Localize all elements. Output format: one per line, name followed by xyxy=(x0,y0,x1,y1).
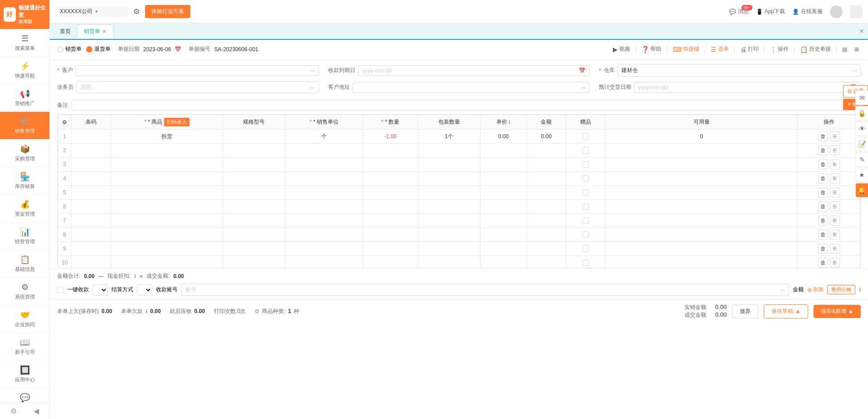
remarks-input[interactable] xyxy=(72,100,861,111)
row-delete-btn[interactable]: 🗑 xyxy=(818,131,828,141)
video-btn[interactable]: ▶ 视频 xyxy=(611,44,632,54)
row-delete-btn[interactable]: 🗑 xyxy=(818,244,828,254)
row-amount[interactable] xyxy=(527,228,566,242)
row-unit[interactable]: 个 xyxy=(285,130,363,144)
row-qty[interactable] xyxy=(363,256,418,269)
history-btn[interactable]: 📋 历史单据 xyxy=(798,44,833,54)
row-price[interactable] xyxy=(480,158,527,172)
scan-button[interactable]: 扫码录入 xyxy=(164,118,189,126)
row-pkg-qty[interactable] xyxy=(418,186,480,200)
row-copy-btn[interactable]: ⎘ xyxy=(830,131,840,141)
account-input[interactable]: 账号 ··· xyxy=(181,284,789,296)
row-barcode[interactable] xyxy=(72,256,111,269)
row-delete-btn[interactable]: 🗑 xyxy=(818,258,828,268)
row-copy-btn[interactable]: ⎘ xyxy=(830,173,840,183)
row-price[interactable]: 0.00 xyxy=(480,130,527,144)
row-delete-btn[interactable]: 🗑 xyxy=(818,202,828,212)
sidebar-item-inventory[interactable]: 🏪 库存核算 xyxy=(0,167,49,195)
row-product[interactable]: 拆货 xyxy=(111,130,223,144)
expense-split-button[interactable]: 费用分摊 xyxy=(827,285,855,294)
row-product[interactable] xyxy=(111,228,223,242)
row-price[interactable] xyxy=(480,214,527,228)
row-spec[interactable] xyxy=(223,158,285,172)
trial-button[interactable]: 体验行业方案 xyxy=(145,5,190,18)
row-product[interactable] xyxy=(111,214,223,228)
message-button[interactable]: 💬 消息 99+ xyxy=(729,8,749,15)
row-price[interactable] xyxy=(480,228,527,242)
row-spec[interactable] xyxy=(223,228,285,242)
user-avatar[interactable] xyxy=(830,5,843,18)
float-btn-eye[interactable]: 👁 xyxy=(855,121,868,136)
warehouse-input[interactable]: 建材仓 ··· xyxy=(617,64,861,77)
row-barcode[interactable] xyxy=(72,144,111,158)
row-barcode[interactable] xyxy=(72,200,111,214)
row-unit[interactable] xyxy=(285,256,363,269)
float-btn-msg[interactable]: ✉ xyxy=(855,91,868,105)
row-copy-btn[interactable]: ⎘ xyxy=(830,258,840,268)
row-gift[interactable] xyxy=(566,172,606,186)
float-btn-edit[interactable]: ✎ xyxy=(855,152,868,167)
row-price[interactable] xyxy=(480,144,527,158)
save-new-button[interactable]: 保存&新增 ▲ xyxy=(814,305,861,318)
row-qty[interactable] xyxy=(363,144,418,158)
row-unit[interactable] xyxy=(285,228,363,242)
tab-home[interactable]: 首页 xyxy=(53,25,77,38)
row-copy-btn[interactable]: ⎘ xyxy=(830,244,840,254)
row-unit[interactable] xyxy=(285,158,363,172)
row-barcode[interactable] xyxy=(72,172,111,186)
sidebar-item-search[interactable]: ☰ 搜索菜单 xyxy=(0,29,49,57)
row-spec[interactable] xyxy=(223,200,285,214)
settings-gear-icon[interactable]: ⚙ xyxy=(10,407,17,415)
row-spec[interactable] xyxy=(223,130,285,144)
row-pkg-qty[interactable] xyxy=(418,144,480,158)
payment-method-select[interactable] xyxy=(92,284,108,295)
row-delete-btn[interactable]: 🗑 xyxy=(818,145,828,155)
operation-btn[interactable]: ⋮ 操作 xyxy=(768,44,790,54)
row-qty[interactable] xyxy=(363,228,418,242)
row-qty[interactable] xyxy=(363,242,418,256)
sidebar-item-marketing[interactable]: 📢 营销推广 xyxy=(0,84,49,112)
save-draft-button[interactable]: 保存草稿 ▲ xyxy=(764,304,808,318)
row-unit[interactable] xyxy=(285,186,363,200)
float-btn-star[interactable]: ★ xyxy=(855,168,868,182)
row-qty[interactable] xyxy=(363,186,418,200)
one-click-pay-checkbox[interactable] xyxy=(57,287,63,293)
row-pkg-qty[interactable] xyxy=(418,158,480,172)
radio-sale[interactable]: 销货单 xyxy=(57,45,82,53)
delivery-date-input[interactable]: yyyy-mm-dd 📅 xyxy=(634,82,861,93)
row-barcode[interactable] xyxy=(72,228,111,242)
select-btn[interactable]: ☰ 选单 xyxy=(709,44,731,54)
row-gift[interactable] xyxy=(566,256,606,269)
row-product[interactable] xyxy=(111,158,223,172)
row-qty[interactable]: -1.00 xyxy=(363,130,418,144)
shortcut-btn[interactable]: ⌨ 快捷键 xyxy=(671,44,701,54)
float-btn-orange[interactable]: 🔔 xyxy=(855,183,868,197)
row-pkg-qty[interactable]: 1个 xyxy=(418,130,480,144)
sidebar-item-wechat[interactable]: 💬 企业微信 xyxy=(0,388,49,403)
row-unit[interactable] xyxy=(285,242,363,256)
row-copy-btn[interactable]: ⎘ xyxy=(830,145,840,155)
radio-return[interactable]: 退货单 xyxy=(86,45,111,53)
row-amount[interactable] xyxy=(527,144,566,158)
row-barcode[interactable] xyxy=(72,130,111,144)
sidebar-item-guide[interactable]: 📖 新手引导 xyxy=(0,333,49,361)
row-pkg-qty[interactable] xyxy=(418,200,480,214)
sidebar-item-finance[interactable]: 💰 资金管理 xyxy=(0,195,49,222)
row-unit[interactable] xyxy=(285,200,363,214)
row-amount[interactable] xyxy=(527,242,566,256)
row-gift[interactable] xyxy=(566,158,606,172)
float-btn-note[interactable]: 📝 xyxy=(855,137,868,151)
row-gift[interactable] xyxy=(566,200,606,214)
row-pkg-qty[interactable] xyxy=(418,214,480,228)
row-gift[interactable] xyxy=(566,144,606,158)
row-price[interactable] xyxy=(480,256,527,269)
row-spec[interactable] xyxy=(223,172,285,186)
payment-due-input[interactable]: yyyy-mm-dd 📅 xyxy=(358,65,590,76)
float-btn-lock[interactable]: 🔒 xyxy=(855,106,868,120)
row-pkg-qty[interactable] xyxy=(418,172,480,186)
row-delete-btn[interactable]: 🗑 xyxy=(818,188,828,197)
row-copy-btn[interactable]: ⎘ xyxy=(830,202,840,212)
company-selector[interactable]: XXXXXX公司 ▼ xyxy=(55,6,128,17)
row-qty[interactable] xyxy=(363,200,418,214)
row-copy-btn[interactable]: ⎘ xyxy=(830,230,840,240)
